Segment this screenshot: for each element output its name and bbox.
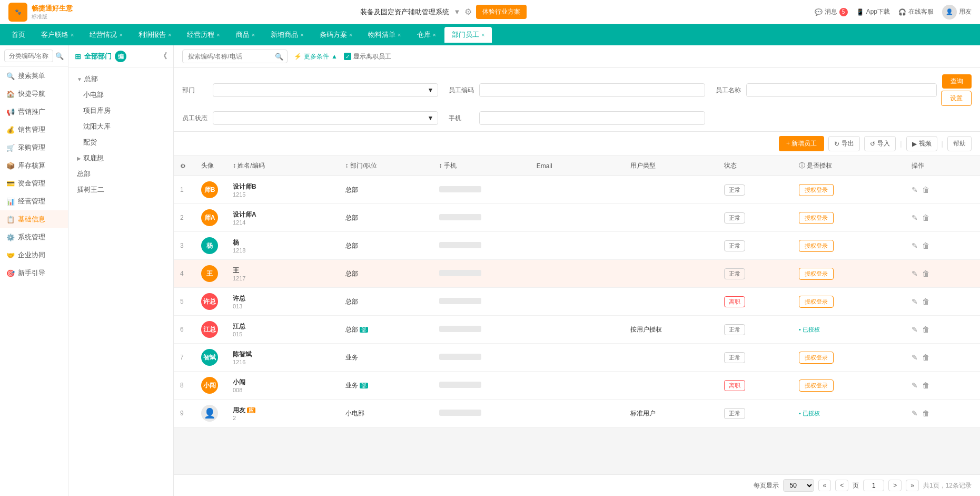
nav-tab-8[interactable]: 物料清单× [361,27,408,43]
sidebar-item-corp[interactable]: 🤝企业协同 [0,246,68,264]
sidebar-item-stock[interactable]: 📦库存核算 [0,157,68,174]
sidebar-item-marketing[interactable]: 📢营销推广 [0,103,68,121]
next-page-btn[interactable]: > [888,480,902,491]
online-service-btn[interactable]: 🎧 在线客服 [898,7,934,16]
delete-icon[interactable]: 🗑 [922,269,929,278]
sidebar-item-system[interactable]: ⚙️系统管理 [0,228,68,246]
sidebar-search-icon[interactable]: 🔍 [55,52,64,60]
last-page-btn[interactable]: » [906,480,919,491]
nav-tab-0[interactable]: 首页 [4,27,33,43]
empcode-filter-input[interactable] [479,83,705,97]
delete-icon[interactable]: 🗑 [922,409,929,417]
dept-node-shenyang[interactable]: 沈阳大库 [68,119,173,134]
nav-tab-1[interactable]: 客户联络× [34,27,81,43]
nav-tab-10[interactable]: 部门员工× [444,27,492,43]
dept-node-shuanglu[interactable]: ▶ 双鹿想 [68,150,173,166]
sidebar-item-basic[interactable]: 📋基础信息 [0,210,68,228]
col-dept[interactable]: ↕ 部门/职位 [339,156,433,176]
tab-close-icon[interactable]: × [252,32,255,38]
authorize-button[interactable]: 授权登录 [799,380,834,392]
col-phone[interactable]: ↕ 手机 [433,156,530,176]
nav-tab-2[interactable]: 经营情况× [82,27,130,43]
edit-icon[interactable]: ✎ [912,269,918,278]
system-dropdown-icon[interactable]: ▼ [453,8,460,16]
sidebar-search-input[interactable] [4,50,53,62]
page-size-select[interactable]: 50 20 100 [783,479,814,492]
dept-edit-button[interactable]: 编 [115,51,126,62]
nav-tab-7[interactable]: 条码方案× [312,27,360,43]
page-number-input[interactable] [863,480,884,491]
authorize-button[interactable]: 授权登录 [799,352,834,364]
nav-tab-9[interactable]: 仓库× [410,27,443,43]
authorize-button[interactable]: 授权登录 [799,212,834,224]
dept-node-chasu[interactable]: 插树王二 [68,182,173,198]
tab-close-icon[interactable]: × [168,32,171,38]
tab-close-icon[interactable]: × [481,32,484,38]
tab-close-icon[interactable]: × [119,32,122,38]
delete-icon[interactable]: 🗑 [922,213,929,222]
delete-icon[interactable]: 🗑 [922,241,929,250]
dept-node-general[interactable]: ▼ 总部 [68,71,173,87]
dept-node-project[interactable]: 项目库房 [68,103,173,119]
sidebar-item-purchase[interactable]: 🛒采购管理 [0,139,68,157]
tab-close-icon[interactable]: × [71,32,74,38]
show-dismissed-checkbox[interactable]: ✓ 显示离职员工 [344,52,391,61]
view-button[interactable]: ▶ 视频 [906,136,937,151]
tab-close-icon[interactable]: × [398,32,401,38]
nav-tab-3[interactable]: 利润报告× [131,27,179,43]
user-area[interactable]: 👤 用友 [942,5,972,20]
delete-icon[interactable]: 🗑 [922,325,929,334]
authorize-button[interactable]: 授权登录 [799,296,834,308]
sidebar-item-nav[interactable]: 🏠快捷导航 [0,85,68,103]
help-button[interactable]: 帮助 [947,136,972,151]
edit-icon[interactable]: ✎ [912,213,918,222]
delete-icon[interactable]: 🗑 [922,381,929,390]
sidebar-item-search[interactable]: 🔍搜索菜单 [0,67,68,85]
trial-button[interactable]: 体验行业方案 [476,5,527,19]
message-btn[interactable]: 💬 消息 5 [815,7,848,16]
edit-icon[interactable]: ✎ [912,241,918,250]
nav-tab-6[interactable]: 新增商品× [263,27,311,43]
edit-icon[interactable]: ✎ [912,297,918,306]
empstatus-filter-select[interactable]: ▼ [213,111,438,125]
dept-node-peihuo[interactable]: 配货 [68,134,173,150]
nav-tab-4[interactable]: 经营历程× [180,27,227,43]
dept-node-xiaodian[interactable]: 小电部 [68,87,173,103]
empname-filter-input[interactable] [746,83,937,97]
settings-icon[interactable]: ⚙ [464,7,472,17]
edit-icon[interactable]: ✎ [912,186,918,194]
sidebar-item-guide[interactable]: 🎯新手引导 [0,264,68,282]
set-button[interactable]: 设置 [941,91,972,106]
tab-close-icon[interactable]: × [216,32,220,38]
tab-close-icon[interactable]: × [433,32,436,38]
sidebar-item-finance[interactable]: 💳资金管理 [0,174,68,192]
dept-node-zongbu[interactable]: 总部 [68,166,173,182]
export-button[interactable]: ↻ 导出 [828,136,860,151]
authorize-button[interactable]: 授权登录 [799,268,834,280]
dept-collapse-btn[interactable]: 《 [160,52,167,61]
nav-tab-5[interactable]: 商品× [229,27,262,43]
sidebar-item-operation[interactable]: 📊经营管理 [0,192,68,210]
search-icon[interactable]: 🔍 [275,53,283,61]
dept-filter-select[interactable]: ▼ [213,83,438,97]
col-name[interactable]: ↕ 姓名/编码 [226,156,339,176]
delete-icon[interactable]: 🗑 [922,297,929,306]
query-button[interactable]: 查询 [942,74,972,89]
tab-close-icon[interactable]: × [349,32,352,38]
more-filter-btn[interactable]: ⚡ 更多条件 ▲ [294,52,338,61]
edit-icon[interactable]: ✎ [912,353,918,362]
app-download-btn[interactable]: 📱 App下载 [856,7,890,16]
prev-page-btn[interactable]: < [835,480,848,491]
edit-icon[interactable]: ✎ [912,325,918,334]
search-input[interactable] [182,50,288,63]
import-button[interactable]: ↺ 导入 [864,136,896,151]
tab-close-icon[interactable]: × [300,32,303,38]
sidebar-item-sales[interactable]: 💰销售管理 [0,121,68,139]
delete-icon[interactable]: 🗑 [922,353,929,362]
col-settings[interactable]: ⚙ [174,156,195,176]
edit-icon[interactable]: ✎ [912,381,918,390]
delete-icon[interactable]: 🗑 [922,186,929,194]
authorize-button[interactable]: 授权登录 [799,184,834,196]
first-page-btn[interactable]: « [818,480,831,491]
authorize-button[interactable]: 授权登录 [799,240,834,252]
